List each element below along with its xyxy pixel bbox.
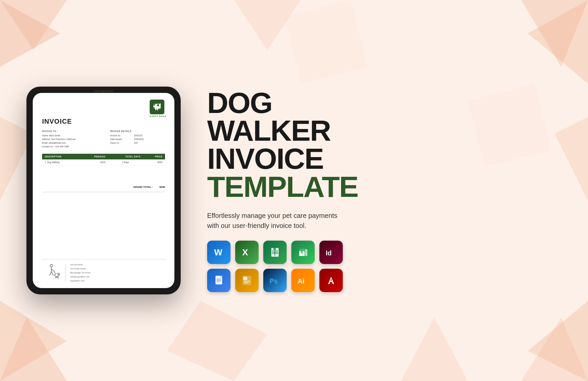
tablet-section: HAPPY DOGS INVOICE INVOICE TO : Name: Al… bbox=[27, 87, 180, 294]
main-heading: DOG WALKER INVOICE TEMPLATE bbox=[207, 89, 561, 201]
table-row: 1. Dog Walking $100 2 Days $200 bbox=[42, 159, 165, 165]
row-description: 1. Dog Walking bbox=[42, 159, 80, 165]
room-no-key: Room no bbox=[110, 141, 129, 145]
grand-total-label: GRAND TOTAL : bbox=[133, 185, 153, 188]
svg-rect-40 bbox=[273, 248, 276, 250]
invoice-total-row: GRAND TOTAL : $200 bbox=[133, 185, 165, 188]
col-description: DESCRIPTION bbox=[42, 154, 80, 159]
grand-total-value: $200 bbox=[159, 185, 165, 188]
svg-text:Id: Id bbox=[326, 249, 332, 257]
invoice-title: INVOICE bbox=[42, 118, 165, 125]
footer-dog-walker-icon bbox=[42, 263, 60, 283]
svg-rect-48 bbox=[216, 279, 221, 279]
app-icon-docs[interactable] bbox=[207, 269, 231, 292]
subtitle-text: Effortlessly manage your pet care paymen… bbox=[207, 211, 347, 231]
svg-rect-44 bbox=[305, 249, 307, 256]
invoice-no-key: Invoice no bbox=[110, 134, 129, 137]
bill-to-contact: Contact no.: +123 456 7890 bbox=[42, 145, 97, 148]
col-price: PRICE bbox=[143, 154, 165, 159]
bill-to-name: Name: Alicia Smith bbox=[42, 134, 97, 137]
app-icon-acrobat[interactable] bbox=[319, 269, 343, 292]
app-icon-photoshop[interactable]: Ps bbox=[263, 269, 287, 292]
svg-text:W: W bbox=[214, 247, 223, 257]
app-icon-pages[interactable] bbox=[235, 269, 259, 292]
svg-line-25 bbox=[54, 271, 55, 272]
svg-text:Ps: Ps bbox=[270, 277, 278, 285]
invoice-details-block: INVOICE DETAILS Invoice no : 2542233 Dat… bbox=[110, 130, 165, 148]
date-issued-value: 5/25/2025 bbox=[134, 137, 144, 141]
icons-row-2: Ps Ai bbox=[207, 269, 561, 292]
app-icons-grid: W X bbox=[207, 241, 561, 292]
footer-info: 316-204-6330 720 Ocello Street, Moundrid… bbox=[70, 263, 91, 283]
bill-to-email: Email: alicia@email.com bbox=[42, 141, 97, 145]
row-per-dog: $100 bbox=[80, 159, 108, 165]
invoice-footer: 316-204-6330 720 Ocello Street, Moundrid… bbox=[42, 259, 165, 283]
invoice-total-section: GRAND TOTAL : $200 bbox=[42, 185, 165, 192]
footer-divider bbox=[65, 264, 65, 281]
date-issued-row: Date issued : 5/25/2025 bbox=[110, 137, 165, 141]
app-icon-illustrator[interactable]: Ai bbox=[291, 269, 315, 292]
row-price: $200 bbox=[143, 159, 165, 165]
heading-template: TEMPLATE bbox=[207, 170, 358, 203]
tablet-screen: HAPPY DOGS INVOICE INVOICE TO : Name: Al… bbox=[33, 93, 174, 288]
svg-line-29 bbox=[55, 276, 56, 278]
invoice-logo: HAPPY DOGS bbox=[150, 100, 166, 117]
svg-line-23 bbox=[51, 272, 53, 276]
tablet-camera bbox=[94, 90, 114, 92]
app-icon-indesign[interactable]: Id bbox=[319, 241, 343, 264]
bill-to-address: Address: San Francisco, California bbox=[42, 137, 97, 141]
svg-rect-54 bbox=[244, 281, 250, 281]
svg-line-22 bbox=[49, 272, 51, 276]
app-icon-sheets[interactable] bbox=[263, 241, 287, 264]
row-total-days: 2 Days bbox=[108, 159, 143, 165]
footer-phone: 316-204-6330 bbox=[70, 263, 91, 267]
date-issued-key: Date issued bbox=[110, 137, 129, 141]
svg-text:N: N bbox=[299, 249, 304, 258]
invoice-table: DESCRIPTION PER/DOG TOTAL DAYS PRICE 1. … bbox=[42, 154, 165, 165]
svg-line-28 bbox=[55, 272, 55, 275]
svg-text:X: X bbox=[242, 247, 248, 257]
invoice-no-row: Invoice no : 2542233 bbox=[110, 134, 165, 137]
svg-rect-39 bbox=[275, 249, 275, 256]
room-no-value: 545 bbox=[134, 141, 138, 145]
logo-text: HAPPY DOGS bbox=[150, 115, 166, 117]
main-layout: HAPPY DOGS INVOICE INVOICE TO : Name: Al… bbox=[0, 0, 588, 381]
icons-row-1: W X bbox=[207, 241, 561, 264]
tablet-device: HAPPY DOGS INVOICE INVOICE TO : Name: Al… bbox=[27, 87, 180, 294]
title-block: DOG WALKER INVOICE TEMPLATE bbox=[207, 89, 561, 201]
app-icon-word[interactable]: W bbox=[207, 241, 231, 264]
svg-rect-19 bbox=[157, 109, 158, 110]
svg-rect-49 bbox=[216, 280, 221, 281]
col-per-dog: PER/DOG bbox=[80, 154, 108, 159]
svg-line-32 bbox=[58, 276, 58, 278]
svg-line-24 bbox=[51, 269, 54, 271]
svg-text:Ai: Ai bbox=[298, 277, 304, 285]
app-icon-excel[interactable]: X bbox=[235, 241, 259, 264]
right-section: DOG WALKER INVOICE TEMPLATE Effortlessly… bbox=[207, 89, 561, 292]
bill-to-label: INVOICE TO : bbox=[42, 130, 97, 132]
svg-point-17 bbox=[157, 104, 159, 106]
footer-email: info@dogwalkers.com bbox=[70, 275, 91, 279]
svg-rect-53 bbox=[243, 277, 247, 280]
footer-city: Moundridge, KS 67107 bbox=[70, 271, 91, 275]
svg-rect-51 bbox=[220, 276, 222, 278]
room-no-row: Room no : 545 bbox=[110, 141, 165, 145]
footer-address: 720 Ocello Street, bbox=[70, 267, 91, 271]
footer-website: dogwalkers.com bbox=[70, 279, 91, 283]
invoice-no-value: 2542233 bbox=[134, 134, 142, 137]
svg-point-20 bbox=[50, 264, 53, 267]
app-icon-numbers[interactable]: N bbox=[291, 241, 315, 264]
col-total-days: TOTAL DAYS bbox=[108, 154, 143, 159]
subtitle-block: Effortlessly manage your pet care paymen… bbox=[207, 211, 347, 231]
svg-rect-56 bbox=[244, 283, 248, 283]
svg-rect-50 bbox=[216, 281, 220, 282]
invoice-details-label: INVOICE DETAILS bbox=[110, 130, 165, 132]
invoice-info-row: INVOICE TO : Name: Alicia Smith Address:… bbox=[42, 130, 165, 148]
svg-rect-18 bbox=[155, 109, 156, 110]
logo-icon bbox=[150, 100, 164, 114]
bill-to-block: INVOICE TO : Name: Alicia Smith Address:… bbox=[42, 130, 97, 148]
svg-rect-55 bbox=[244, 282, 250, 282]
